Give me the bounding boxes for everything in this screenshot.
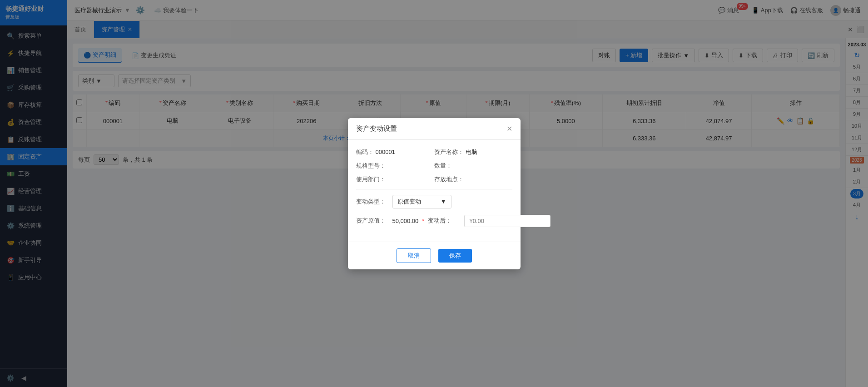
modal-asset-name-col: 资产名称： 电脑 bbox=[434, 148, 512, 156]
asset-change-modal: 资产变动设置 ✕ 编码： 000001 资产名称： 电脑 规格型号： bbox=[348, 118, 521, 269]
change-type-select[interactable]: 原值变动 ▼ bbox=[392, 195, 451, 208]
modal-spec-col: 规格型号： bbox=[356, 162, 434, 170]
asset-value-label: 资产原值： bbox=[356, 217, 392, 225]
location-label: 存放地点： bbox=[434, 175, 464, 184]
code-label: 编码： bbox=[356, 148, 374, 156]
modal-title: 资产变动设置 bbox=[356, 124, 397, 133]
asset-value: 50,000.00 bbox=[392, 218, 419, 224]
save-button[interactable]: 保存 bbox=[438, 249, 472, 263]
after-change-input[interactable] bbox=[464, 215, 551, 227]
code-value: 000001 bbox=[376, 149, 395, 155]
asset-name-value: 电脑 bbox=[466, 148, 477, 156]
modal-info-row-2: 规格型号： 数量： bbox=[356, 162, 512, 170]
change-type-label: 变动类型： bbox=[356, 198, 392, 206]
modal-dept-col: 使用部门： bbox=[356, 175, 434, 184]
modal-location-col: 存放地点： bbox=[434, 175, 512, 184]
change-type-value: 原值变动 bbox=[397, 198, 421, 206]
modal-overlay: 资产变动设置 ✕ 编码： 000001 资产名称： 电脑 规格型号： bbox=[0, 0, 868, 387]
modal-close-icon[interactable]: ✕ bbox=[506, 124, 512, 133]
cancel-button[interactable]: 取消 bbox=[397, 248, 431, 263]
asset-name-label: 资产名称： bbox=[434, 148, 464, 156]
modal-value-row: 资产原值： 50,000.00 * 变动后： bbox=[356, 215, 512, 227]
modal-body: 编码： 000001 资产名称： 电脑 规格型号： 数量： bbox=[348, 140, 521, 242]
after-change-label: 变动后： bbox=[428, 217, 464, 225]
modal-divider bbox=[356, 189, 512, 189]
modal-info-row-1: 编码： 000001 资产名称： 电脑 bbox=[356, 148, 512, 156]
modal-code-col: 编码： 000001 bbox=[356, 148, 434, 156]
modal-info-row-3: 使用部门： 存放地点： bbox=[356, 175, 512, 184]
quantity-label: 数量： bbox=[434, 162, 452, 170]
required-star: * bbox=[422, 218, 424, 224]
modal-change-type-row: 变动类型： 原值变动 ▼ bbox=[356, 195, 512, 208]
modal-quantity-col: 数量： bbox=[434, 162, 512, 170]
dept-label: 使用部门： bbox=[356, 175, 386, 184]
modal-footer: 取消 保存 bbox=[348, 242, 521, 269]
spec-label: 规格型号： bbox=[356, 162, 386, 170]
change-type-arrow-icon: ▼ bbox=[441, 198, 446, 205]
modal-header: 资产变动设置 ✕ bbox=[348, 118, 521, 140]
